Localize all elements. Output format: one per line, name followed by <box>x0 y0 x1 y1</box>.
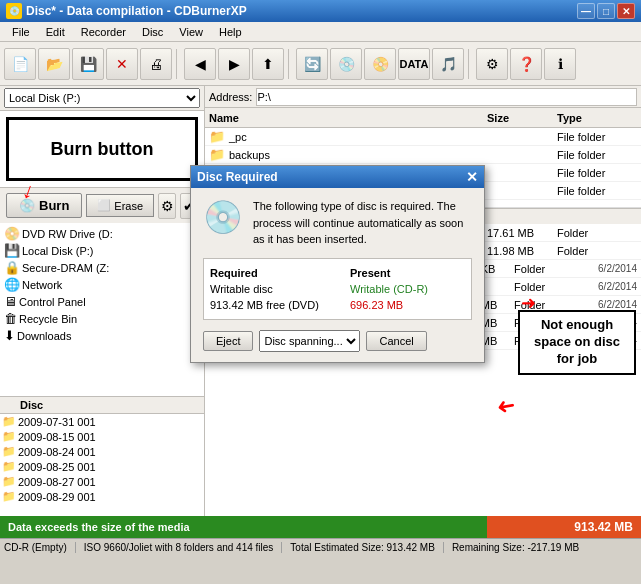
menu-view[interactable]: View <box>171 24 211 40</box>
folder-icon-pc: 📁 <box>209 129 225 144</box>
settings-button[interactable]: ⚙ <box>476 48 508 80</box>
folder-icon-1: 📁 <box>2 415 16 428</box>
menu-edit[interactable]: Edit <box>38 24 73 40</box>
dialog-row1-value: Writable (CD-R) <box>350 283 465 295</box>
address-input[interactable] <box>256 88 637 106</box>
left-panel-header: Local Disk (P:) <box>0 86 204 111</box>
col-header-type: Type <box>557 112 637 124</box>
erase-label: Erase <box>114 200 143 212</box>
audio-button[interactable]: 🎵 <box>432 48 464 80</box>
dialog-row2-label: 913.42 MB free (DVD) <box>210 299 340 311</box>
disc-drive-icon: 📀 <box>4 226 20 241</box>
folder-icon-3: 📁 <box>2 445 16 458</box>
close-button[interactable]: ✕ <box>617 3 635 19</box>
window-title: Disc* - Data compilation - CDBurnerXP <box>26 4 247 18</box>
forward-button[interactable]: ▶ <box>218 48 250 80</box>
toolbar-sep3 <box>468 49 472 79</box>
save-button[interactable]: 💾 <box>72 48 104 80</box>
progress-bar-area: Data exceeds the size of the media 913.4… <box>0 516 641 538</box>
folder-icon-6: 📁 <box>2 490 16 503</box>
downloads-icon: ⬇ <box>4 328 15 343</box>
back-button[interactable]: ◀ <box>184 48 216 80</box>
menu-help[interactable]: Help <box>211 24 250 40</box>
progress-size: 913.42 MB <box>574 520 633 534</box>
address-bar: Address: <box>205 86 641 108</box>
dialog-cancel-button[interactable]: Cancel <box>366 331 426 351</box>
data-button[interactable]: DATA <box>398 48 430 80</box>
dialog-present-header: Present <box>350 267 465 279</box>
disc-item-1[interactable]: 📁 2009-07-31 001 <box>0 414 204 429</box>
menu-file[interactable]: File <box>4 24 38 40</box>
dialog-grid-header-row: Required Present <box>210 265 465 281</box>
disc-panel-header: Disc <box>0 397 204 414</box>
dialog-buttons: Eject Disc spanning... Cancel <box>203 330 472 352</box>
dialog-grid: Required Present Writable disc Writable … <box>203 258 472 320</box>
left-panel: Local Disk (P:) Burn button ↓ 💿 Burn ⬜ E… <box>0 86 205 516</box>
delete-button[interactable]: ✕ <box>106 48 138 80</box>
burn-label: Burn <box>39 198 69 213</box>
maximize-button[interactable]: □ <box>597 3 615 19</box>
refresh-button[interactable]: 🔄 <box>296 48 328 80</box>
toolbar-sep1 <box>176 49 180 79</box>
col-header-size: Size <box>487 112 557 124</box>
tree-item-recycle[interactable]: 🗑 Recycle Bin <box>2 310 202 327</box>
menu-disc[interactable]: Disc <box>134 24 171 40</box>
file-row-backups[interactable]: 📁 backups File folder <box>205 146 641 164</box>
new-button[interactable]: 📄 <box>4 48 36 80</box>
status-remaining: Remaining Size: -217.19 MB <box>452 542 579 553</box>
print-button[interactable]: 🖨 <box>140 48 172 80</box>
dialog-spanning-select[interactable]: Disc spanning... <box>259 330 360 352</box>
folder-icon-backups: 📁 <box>209 147 225 162</box>
burn-button-annotation-box: Burn button ↓ <box>6 117 198 181</box>
toolbar-sep2 <box>288 49 292 79</box>
dialog-icon-row: 💿 The following type of disc is required… <box>203 198 472 248</box>
dialog-row2-value: 696.23 MB <box>350 299 465 311</box>
dialog-cd-icon: 💿 <box>203 198 243 236</box>
progress-label: Data exceeds the size of the media <box>8 521 190 533</box>
file-row-pc[interactable]: 📁 _pc File folder <box>205 128 641 146</box>
burn-button[interactable]: 💿 Burn <box>6 193 82 218</box>
dialog-body: 💿 The following type of disc is required… <box>191 188 484 362</box>
status-bar: CD-R (Empty) ISO 9660/Joliet with 8 fold… <box>0 538 641 556</box>
disc-panel: Disc 📁 2009-07-31 001 📁 2009-08-15 001 📁… <box>0 396 204 516</box>
dialog-row2: 913.42 MB free (DVD) 696.23 MB <box>210 297 465 313</box>
cd-button[interactable]: 💿 <box>330 48 362 80</box>
disc-item-3[interactable]: 📁 2009-08-24 001 <box>0 444 204 459</box>
drive-selector[interactable]: Local Disk (P:) <box>4 88 200 108</box>
dialog-body-text: The following type of disc is required. … <box>253 198 472 248</box>
dialog-row1: Writable disc Writable (CD-R) <box>210 281 465 297</box>
dialog-close-button[interactable]: ✕ <box>466 169 478 185</box>
disc-item-6[interactable]: 📁 2009-08-29 001 <box>0 489 204 504</box>
title-bar: 💿 Disc* - Data compilation - CDBurnerXP … <box>0 0 641 22</box>
minimize-button[interactable]: — <box>577 3 595 19</box>
title-bar-left: 💿 Disc* - Data compilation - CDBurnerXP <box>6 3 247 19</box>
dvd-button[interactable]: 📀 <box>364 48 396 80</box>
erase-button[interactable]: ⬜ Erase <box>86 194 154 217</box>
dialog-row1-label: Writable disc <box>210 283 340 295</box>
dialog-eject-button[interactable]: Eject <box>203 331 253 351</box>
info-button[interactable]: ℹ <box>544 48 576 80</box>
tree-item-secure[interactable]: 🔒 Secure-DRAM (Z: <box>2 259 202 276</box>
toolbar: 📄 📂 💾 ✕ 🖨 ◀ ▶ ⬆ 🔄 💿 📀 DATA 🎵 ⚙ ❓ ℹ <box>0 42 641 86</box>
disc-item-5[interactable]: 📁 2009-08-27 001 <box>0 474 204 489</box>
help-tb-button[interactable]: ❓ <box>510 48 542 80</box>
disc-item-4[interactable]: 📁 2009-08-25 001 <box>0 459 204 474</box>
folder-icon-4: 📁 <box>2 460 16 473</box>
up-button[interactable]: ⬆ <box>252 48 284 80</box>
address-bar-label: Address: <box>209 91 252 103</box>
more-button[interactable]: ⚙ <box>158 193 176 219</box>
tree-item-disc[interactable]: 📀 DVD RW Drive (D: <box>2 225 202 242</box>
menu-recorder[interactable]: Recorder <box>73 24 134 40</box>
tree-item-controlpanel[interactable]: 🖥 Control Panel <box>2 293 202 310</box>
title-bar-buttons: — □ ✕ <box>577 3 635 19</box>
open-button[interactable]: 📂 <box>38 48 70 80</box>
tree-item-network[interactable]: 🌐 Network <box>2 276 202 293</box>
disc-item-2[interactable]: 📁 2009-08-15 001 <box>0 429 204 444</box>
tree-item-local[interactable]: 💾 Local Disk (P:) <box>2 242 202 259</box>
app-icon: 💿 <box>6 3 22 19</box>
tree-item-downloads[interactable]: ⬇ Downloads <box>2 327 202 344</box>
secure-icon: 🔒 <box>4 260 20 275</box>
folder-icon-5: 📁 <box>2 475 16 488</box>
folder-tree: 📀 DVD RW Drive (D: 💾 Local Disk (P:) 🔒 S… <box>0 223 204 396</box>
harddisk-icon: 💾 <box>4 243 20 258</box>
